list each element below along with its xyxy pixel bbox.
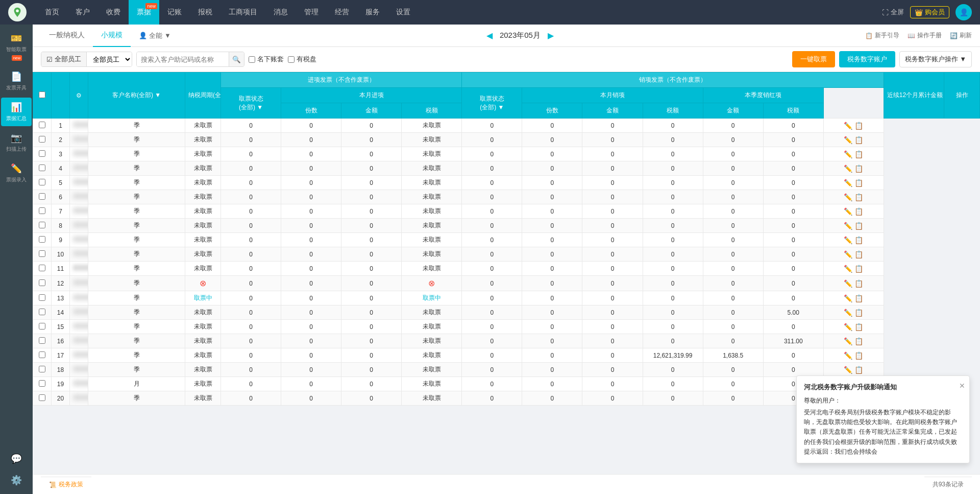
tab-general-taxpayer[interactable]: 一般纳税人 [41, 25, 93, 47]
edit-button[interactable]: ✏️ [844, 207, 852, 216]
refresh-link[interactable]: 🔄 刷新 [950, 31, 972, 40]
digital-account-button[interactable]: 税务数字账户 [839, 51, 895, 67]
employee-filter[interactable]: ☑ 全部员工 全部员工 [41, 52, 132, 67]
copy-button[interactable]: 📋 [854, 265, 863, 273]
copy-button[interactable]: 📋 [854, 136, 863, 144]
edit-button[interactable]: ✏️ [844, 150, 852, 158]
row-checkbox[interactable] [39, 164, 45, 171]
nav-accounting[interactable]: 记账 [159, 0, 190, 25]
copy-button[interactable]: 📋 [854, 294, 863, 302]
edit-button[interactable]: ✏️ [844, 179, 852, 187]
fullscreen-button[interactable]: ⛶ 全屏 [882, 8, 904, 17]
new-guide-link[interactable]: 📋 新手引导 [865, 31, 899, 40]
row-checkbox-cell[interactable] [33, 233, 52, 247]
copy-button[interactable]: 📋 [854, 236, 863, 244]
row-checkbox[interactable] [39, 136, 45, 143]
tab-all-dropdown[interactable]: 👤 全能 ▼ [135, 31, 175, 40]
tax-disk-filter[interactable]: 有税盘 [288, 55, 316, 64]
edit-button[interactable]: ✏️ [844, 236, 852, 244]
row-checkbox[interactable] [39, 122, 45, 128]
search-input[interactable] [137, 52, 229, 66]
avatar[interactable]: 👤 [955, 4, 972, 20]
digital-operation-button[interactable]: 税务数字账户操作 ▼ [899, 51, 972, 67]
th-checkbox[interactable] [33, 73, 52, 119]
row-checkbox-cell[interactable] [33, 204, 52, 219]
tax-disk-checkbox[interactable] [288, 56, 295, 63]
copy-button[interactable]: 📋 [854, 179, 863, 187]
row-checkbox[interactable] [39, 222, 45, 228]
row-checkbox-cell[interactable] [33, 305, 52, 320]
select-all-checkbox[interactable] [39, 91, 45, 98]
row-checkbox[interactable] [39, 309, 45, 315]
nav-settings[interactable]: 设置 [388, 0, 419, 25]
sidebar-item-smart-ticket[interactable]: 🎫 智能取票 new [1, 29, 32, 65]
member-button[interactable]: 👑 购会员 [910, 6, 949, 18]
row-checkbox-cell[interactable] [33, 262, 52, 276]
copy-button[interactable]: 📋 [854, 193, 863, 201]
row-checkbox-cell[interactable] [33, 334, 52, 348]
th-in-status[interactable]: 取票状态(全部) ▼ [221, 88, 281, 119]
sidebar-item-scan-upload[interactable]: 📷 扫描上传 [1, 128, 32, 157]
sidebar-item-config[interactable]: ⚙️ [1, 471, 32, 490]
next-month-button[interactable]: ▶ [545, 30, 557, 42]
copy-button[interactable]: 📋 [854, 309, 863, 317]
edit-button[interactable]: ✏️ [844, 222, 852, 230]
copy-button[interactable]: 📋 [854, 150, 863, 158]
edit-button[interactable]: ✏️ [844, 337, 852, 345]
row-checkbox[interactable] [39, 394, 45, 401]
sub-account-filter[interactable]: 名下账套 [249, 55, 284, 64]
row-checkbox[interactable] [39, 337, 45, 344]
edit-button[interactable]: ✏️ [844, 122, 852, 130]
prev-month-button[interactable]: ◀ [483, 30, 496, 42]
edit-button[interactable]: ✏️ [844, 351, 852, 360]
row-checkbox-cell[interactable] [33, 247, 52, 262]
row-checkbox[interactable] [39, 279, 45, 286]
edit-button[interactable]: ✏️ [844, 366, 852, 374]
copy-button[interactable]: 📋 [854, 337, 863, 345]
sidebar-item-ticket-summary[interactable]: 📊 票据汇总 [1, 98, 32, 126]
search-box[interactable]: 🔍 [136, 52, 244, 67]
edit-button[interactable]: ✏️ [844, 136, 852, 144]
sidebar-item-ticket-entry[interactable]: ✏️ 票据录入 [1, 159, 32, 187]
th-tax-period[interactable]: 纳税周期(全部) ▼ [185, 73, 221, 119]
th-customer-name[interactable]: 客户名称(全部) ▼ [88, 73, 185, 119]
manual-link[interactable]: 📖 操作手册 [908, 31, 942, 40]
edit-button[interactable]: ✏️ [844, 250, 852, 258]
nav-home[interactable]: 首页 [37, 0, 67, 25]
th-out-status[interactable]: 取票状态(全部) ▼ [462, 88, 522, 119]
row-checkbox[interactable] [39, 294, 45, 301]
row-checkbox-cell[interactable] [33, 320, 52, 334]
row-checkbox-cell[interactable] [33, 219, 52, 233]
notification-close-button[interactable]: ✕ [959, 380, 965, 391]
nav-operation[interactable]: 经营 [327, 0, 357, 25]
row-checkbox[interactable] [39, 150, 45, 157]
row-checkbox[interactable] [39, 323, 45, 330]
nav-business[interactable]: 工商项目 [220, 0, 265, 25]
copy-button[interactable]: 📋 [854, 207, 863, 216]
edit-button[interactable]: ✏️ [844, 309, 852, 317]
row-checkbox[interactable] [39, 236, 45, 243]
row-checkbox-cell[interactable] [33, 291, 52, 305]
row-checkbox-cell[interactable] [33, 147, 52, 161]
row-checkbox[interactable] [39, 366, 45, 372]
row-checkbox-cell[interactable] [33, 190, 52, 204]
edit-button[interactable]: ✏️ [844, 294, 852, 302]
edit-button[interactable]: ✏️ [844, 323, 852, 331]
row-checkbox[interactable] [39, 193, 45, 200]
employee-filter-select[interactable]: 全部员工 [87, 52, 132, 66]
one-key-ticket-button[interactable]: 一键取票 [792, 51, 835, 67]
row-checkbox[interactable] [39, 207, 45, 214]
copy-button[interactable]: 📋 [854, 366, 863, 374]
copy-button[interactable]: 📋 [854, 250, 863, 258]
nav-service[interactable]: 服务 [357, 0, 388, 25]
edit-button[interactable]: ✏️ [844, 265, 852, 273]
copy-button[interactable]: 📋 [854, 351, 863, 360]
th-settings[interactable]: ⚙ [70, 73, 88, 119]
edit-button[interactable]: ✏️ [844, 193, 852, 201]
nav-fee[interactable]: 收费 [98, 0, 129, 25]
edit-button[interactable]: ✏️ [844, 279, 852, 288]
tax-policy-link[interactable]: 📜 税务政策 [41, 477, 91, 492]
nav-manage[interactable]: 管理 [296, 0, 327, 25]
row-checkbox-cell[interactable] [33, 133, 52, 147]
nav-message[interactable]: 消息 [265, 0, 296, 25]
